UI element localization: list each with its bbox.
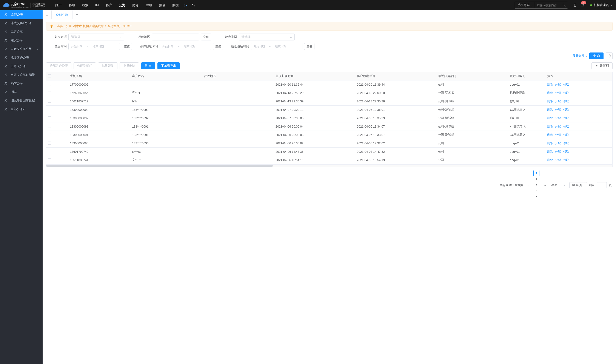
row-delete-link[interactable]: 删除 [547, 141, 553, 145]
prev-page-button[interactable]: ‹ [525, 182, 531, 188]
export-button[interactable]: 导 出 [141, 62, 155, 69]
row-assign-link[interactable]: 分配 [555, 83, 561, 87]
assign-dept-button[interactable]: 分配到部门 [74, 62, 96, 69]
row-assign-link[interactable]: 分配 [555, 141, 561, 145]
nav-item-7[interactable]: 学服 [143, 0, 155, 10]
row-claim-link[interactable]: 领取 [563, 91, 569, 95]
search-type-select[interactable]: 手机号码 [515, 2, 535, 8]
batch-delete-button[interactable]: 批量删除 [120, 62, 139, 69]
filter-abandon-time-range[interactable]: 开始日期 ~ 结束日期 [68, 43, 120, 50]
row-assign-link[interactable]: 分配 [555, 91, 561, 95]
page-button-5[interactable]: 5 [533, 194, 539, 200]
row-claim-link[interactable]: 领取 [563, 133, 569, 137]
row-delete-link[interactable]: 删除 [547, 99, 553, 103]
row-claim-link[interactable]: 领取 [563, 150, 569, 154]
column-settings-button[interactable]: 设置列 [591, 62, 613, 69]
assign-manager-button[interactable]: 分配客户经理 [46, 62, 71, 69]
row-checkbox[interactable] [48, 108, 51, 111]
row-checkbox[interactable] [48, 133, 51, 136]
sidebar-item-0[interactable]: 全部公海 [0, 10, 43, 19]
sidebar-item-8[interactable]: 消防公海 [0, 79, 43, 88]
nav-item-9[interactable]: 数据 [169, 0, 182, 10]
row-claim-link[interactable]: 领取 [563, 99, 569, 103]
horizontal-scrollbar[interactable] [46, 164, 612, 167]
nav-item-6[interactable]: 财务 [129, 0, 142, 10]
row-claim-link[interactable]: 领取 [563, 158, 569, 162]
row-delete-link[interactable]: 删除 [547, 116, 553, 120]
refresh-button[interactable] [606, 52, 613, 59]
filter-call-time-empty[interactable]: 空值 [304, 43, 314, 50]
logo[interactable]: 云朵CRM www.yunduocrm.com 教育机构一站 式服务云平台 [3, 2, 49, 8]
expand-filters-link[interactable]: 展开条件 ⌄ [573, 54, 587, 58]
row-claim-link[interactable]: 领取 [563, 116, 569, 120]
row-assign-link[interactable]: 分配 [555, 99, 561, 103]
row-delete-link[interactable]: 删除 [547, 133, 553, 137]
row-delete-link[interactable]: 删除 [547, 91, 553, 95]
row-checkbox[interactable] [48, 116, 51, 119]
collapse-sidebar-icon[interactable] [43, 10, 52, 19]
user-menu[interactable]: 机构管理员 ▼ [590, 3, 613, 7]
export-plain-button[interactable]: 不加密导出 [157, 62, 180, 69]
search-button[interactable] [561, 2, 568, 8]
tab-all-public[interactable]: 全部公海 [52, 10, 73, 19]
row-checkbox[interactable] [48, 150, 51, 153]
sidebar-item-1[interactable]: 非成交客户公海 [0, 19, 43, 27]
sidebar-item-7[interactable]: 自定义公海过滤器 [0, 71, 43, 79]
row-assign-link[interactable]: 分配 [555, 116, 561, 120]
filter-abandon-time-empty[interactable]: 空值 [122, 43, 132, 50]
filter-call-time-range[interactable]: 开始日期 ~ 结束日期 [251, 43, 302, 50]
page-button-1[interactable]: 1 [533, 170, 539, 176]
page-button-4[interactable]: 4 [533, 188, 539, 194]
filter-region-empty[interactable]: 空值 [201, 34, 211, 40]
row-claim-link[interactable]: 领取 [563, 108, 569, 112]
filter-abandon-type-select[interactable]: 请选择 [239, 34, 295, 40]
add-user-icon[interactable] [182, 0, 190, 10]
row-delete-link[interactable]: 删除 [547, 108, 553, 112]
nav-item-8[interactable]: 报名 [156, 0, 168, 10]
row-claim-link[interactable]: 领取 [563, 83, 569, 87]
row-claim-link[interactable]: 领取 [563, 141, 569, 145]
select-all-checkbox[interactable] [48, 74, 51, 78]
row-checkbox[interactable] [48, 158, 51, 161]
nav-item-5[interactable]: 公海 [116, 0, 128, 10]
sidebar-item-11[interactable]: 全部公海2 [0, 105, 43, 114]
filter-create-time-empty[interactable]: 空值 [213, 43, 223, 50]
batch-claim-button[interactable]: 批量领取 [98, 62, 117, 69]
row-delete-link[interactable]: 删除 [547, 125, 553, 129]
page-ellipsis[interactable]: ··· [542, 182, 548, 188]
row-claim-link[interactable]: 领取 [563, 125, 569, 129]
phone-icon[interactable] [190, 0, 197, 10]
nav-item-2[interactable]: 线索 [79, 0, 91, 10]
sidebar-item-10[interactable]: 测试昨日回库数据 [0, 96, 43, 105]
page-button-3[interactable]: 3 [533, 182, 539, 188]
row-checkbox[interactable] [48, 83, 51, 86]
nav-item-4[interactable]: 客户 [103, 0, 115, 10]
sidebar-item-3[interactable]: 注安公海 [0, 36, 43, 45]
sidebar-item-4[interactable]: 自定义公海分组⌄ [0, 45, 43, 53]
sidebar-item-9[interactable]: 测试 [0, 88, 43, 96]
sidebar-item-2[interactable]: 二咨公海 [0, 27, 43, 36]
nav-item-3[interactable]: IM [92, 0, 102, 10]
mobile-icon[interactable] [571, 0, 579, 10]
sidebar-item-6[interactable]: 五月天公海 [0, 62, 43, 71]
row-assign-link[interactable]: 分配 [555, 150, 561, 154]
row-checkbox[interactable] [48, 142, 51, 144]
page-button-2[interactable]: 2 [533, 176, 539, 182]
tab-add-button[interactable]: + [73, 13, 81, 17]
notification-icon[interactable]: 99+ [579, 0, 587, 10]
row-delete-link[interactable]: 删除 [547, 150, 553, 154]
sidebar-item-5[interactable]: 成交客户公海 [0, 53, 43, 62]
next-page-button[interactable]: › [561, 182, 567, 188]
row-delete-link[interactable]: 删除 [547, 158, 553, 162]
row-assign-link[interactable]: 分配 [555, 133, 561, 137]
row-checkbox[interactable] [48, 125, 51, 128]
nav-item-1[interactable]: 客服 [66, 0, 78, 10]
row-checkbox[interactable] [48, 91, 51, 94]
page-size-select[interactable]: 10 条/页 [569, 182, 587, 188]
filter-region-select[interactable] [152, 34, 199, 40]
nav-item-0[interactable]: 推广 [52, 0, 65, 10]
row-assign-link[interactable]: 分配 [555, 158, 561, 162]
search-input[interactable] [535, 2, 561, 8]
query-button[interactable]: 查 询 [589, 52, 603, 59]
last-page-button[interactable]: 6882 [550, 182, 559, 188]
